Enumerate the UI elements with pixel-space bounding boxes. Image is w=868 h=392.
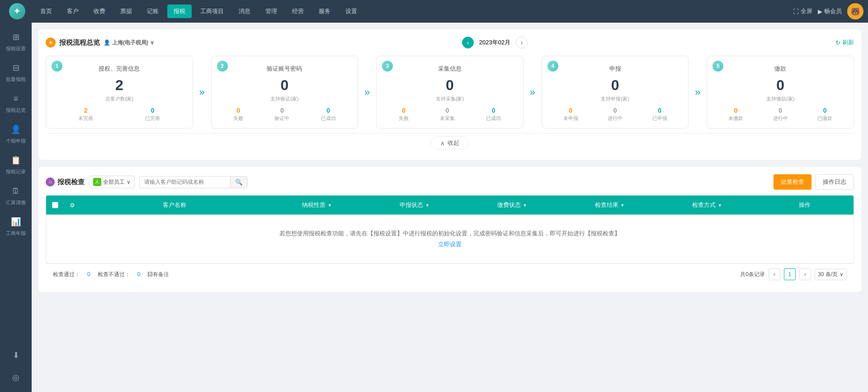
step-1-number: 1 <box>52 61 62 72</box>
refresh-btn[interactable]: ↻ 刷新 <box>835 38 854 47</box>
overview-title-text: 报税流程总览 <box>59 38 100 47</box>
tax-nature-filter-icon[interactable]: ▼ <box>327 203 332 208</box>
sidebar-item-tax-settings[interactable]: ⊞ 报税设置 <box>1 27 30 56</box>
step-2-stat-0-num: 0 <box>236 107 240 114</box>
prev-page-btn[interactable]: ‹ <box>769 268 780 280</box>
nav-settings[interactable]: 设置 <box>339 5 363 18</box>
step-5-stat-1-label: 进行中 <box>773 115 788 122</box>
nav-message[interactable]: 消息 <box>232 5 257 18</box>
step-3-stat-0-label: 失败 <box>399 115 409 122</box>
th-payment-status[interactable]: 缴费状态 ▼ <box>463 196 561 215</box>
th-checkbox[interactable] <box>46 196 64 214</box>
check-method-filter-icon[interactable]: ▼ <box>717 203 722 208</box>
sidebar-item-location[interactable]: ◎ <box>1 368 30 387</box>
arrow-4: » <box>689 56 707 129</box>
check-section: ○ 报税检查 人 全部员工 ∨ 🔍 批量检查 操作日志 <box>38 167 861 292</box>
nav-home[interactable]: 首页 <box>34 5 58 18</box>
search-button[interactable]: 🔍 <box>230 177 247 188</box>
fullscreen-btn[interactable]: ⛶ 全屏 <box>793 7 812 15</box>
payment-status-filter-icon[interactable]: ▼ <box>523 203 527 208</box>
nav-fee[interactable]: 收费 <box>87 5 112 18</box>
next-month-btn[interactable]: › <box>516 37 528 48</box>
collapse-bar: ∧ 收起 <box>46 133 854 153</box>
arrow-1: » <box>193 56 211 129</box>
setup-link[interactable]: 立即设置 <box>438 239 462 249</box>
step-2-title: 验证账号密码 <box>218 62 352 73</box>
staff-select[interactable]: 人 全部员工 ∨ <box>89 176 135 188</box>
check-title: ○ 报税检查 <box>46 177 85 186</box>
step-5-stat-2-label: 已缴款 <box>817 115 832 122</box>
th-check-method[interactable]: 检查方式 ▼ <box>659 196 756 215</box>
collapse-btn[interactable]: ∧ 收起 <box>431 136 469 150</box>
step-5-stat-0-label: 未缴款 <box>728 115 743 122</box>
operation-log-button[interactable]: 操作日志 <box>815 174 854 190</box>
empty-message: 若您想使用报税检查功能，请先在【报税设置】中进行报税的初始化设置，完成密码验证和… <box>279 228 620 239</box>
sidebar-label-tax-settings: 报税设置 <box>6 45 26 52</box>
nav-operation[interactable]: 经营 <box>286 5 310 18</box>
header-checkbox[interactable] <box>52 202 58 208</box>
step-2-stat-2-num: 0 <box>326 107 330 114</box>
sidebar-item-batch-tax[interactable]: ⊟ 批量报税 <box>1 58 30 86</box>
staff-label: 全部员工 <box>103 178 125 186</box>
nav-tax[interactable]: 报税 <box>167 5 192 18</box>
step-3-count: 0 <box>383 76 517 94</box>
step-2-label: 支持验证(家) <box>218 96 352 102</box>
overview-card-header: + 报税流程总览 👤 上海(电子税局) ∨ ‹ 2023年02月 › ↻ 刷新 <box>46 37 854 48</box>
current-page-number: 1 <box>784 268 796 280</box>
sidebar-item-download[interactable]: ⬇ <box>1 345 30 365</box>
th-gear[interactable]: ⚙ <box>64 196 80 214</box>
per-page-select[interactable]: 30 条/页 ∨ <box>815 269 847 280</box>
fail-count[interactable]: 0 <box>137 271 141 277</box>
step-5-stats: 0 未缴款 0 进行中 0 已缴款 <box>713 107 847 122</box>
download-icon: ⬇ <box>9 349 22 362</box>
nav-commerce[interactable]: 工商项目 <box>194 5 230 18</box>
sidebar-label-batch-tax: 批量报税 <box>6 76 26 83</box>
nav-invoice[interactable]: 票据 <box>114 5 138 18</box>
nav-management[interactable]: 管理 <box>259 5 283 18</box>
th-operation: 操作 <box>756 196 854 215</box>
location-text: 上海(电子税局) <box>112 39 148 47</box>
nav-service[interactable]: 服务 <box>312 5 337 18</box>
logo[interactable]: ✦ <box>5 3 29 19</box>
top-navigation: ✦ 首页 客户 收费 票据 记账 报税 工商项目 消息 管理 经营 服务 设置 … <box>0 0 868 23</box>
prev-month-btn[interactable]: ‹ <box>462 37 474 48</box>
step-4-stat-0-num: 0 <box>569 107 572 114</box>
location-tag[interactable]: 👤 上海(电子税局) ∨ <box>104 39 154 47</box>
th-tax-nature-label: 纳税性质 <box>302 201 326 209</box>
sidebar-item-personal-tax[interactable]: 👤 个税申报 <box>1 120 30 148</box>
sidebar-item-annual-settlement[interactable]: 🗓 汇算清缴 <box>1 181 30 210</box>
step-4-stat-1-num: 0 <box>613 107 617 114</box>
nav-client[interactable]: 客户 <box>61 5 85 18</box>
chevron-up-icon: ∧ <box>440 140 445 147</box>
step-1-stat-0-num: 2 <box>84 107 88 114</box>
search-input[interactable] <box>140 177 230 187</box>
sidebar-label-annual-settlement: 汇算清缴 <box>6 199 26 206</box>
check-title-icon: ○ <box>46 177 55 186</box>
batch-check-button[interactable]: 批量检查 <box>774 174 811 190</box>
step-2-stat-2-label: 已成功 <box>321 115 336 122</box>
step-5-stat-1-num: 0 <box>778 107 782 114</box>
member-btn[interactable]: ▶ 畅会员 <box>818 7 842 15</box>
th-payment-status-label: 缴费状态 <box>497 201 521 209</box>
declare-status-filter-icon[interactable]: ▼ <box>425 203 429 208</box>
sidebar-item-tax-records[interactable]: 📋 报税记录 <box>1 150 30 179</box>
pass-count[interactable]: 0 <box>87 271 90 277</box>
th-tax-nature[interactable]: 纳税性质 ▼ <box>269 196 366 215</box>
batch-tax-icon: ⊟ <box>9 62 22 74</box>
tax-records-icon: 📋 <box>9 154 22 167</box>
step-4-stat-1-label: 进行中 <box>608 115 623 122</box>
step-declare: 4 申报 0 支持申报(家) 0 未申报 0 进行中 <box>542 56 689 129</box>
month-navigation: ‹ 2023年02月 › <box>462 37 528 48</box>
nav-bookkeeping[interactable]: 记账 <box>141 5 165 18</box>
next-page-btn[interactable]: › <box>799 268 811 280</box>
step-2-stat-1-label: 验证中 <box>274 115 289 122</box>
sidebar-item-tax-overview[interactable]: ≡ 报税总览 <box>1 89 30 117</box>
step-4-stat-2-num: 0 <box>658 107 661 114</box>
th-check-result[interactable]: 检查结果 ▼ <box>561 196 659 215</box>
check-result-filter-icon[interactable]: ▼ <box>620 203 625 208</box>
step-5-stat-2: 0 已缴款 <box>817 107 832 122</box>
sidebar-item-annual-report[interactable]: 📊 工商年报 <box>1 212 30 240</box>
footer-left: 检查通过： 0 检查不通过： 0 囧有备注 <box>53 271 169 278</box>
sidebar: ⊞ 报税设置 ⊟ 批量报税 ≡ 报税总览 👤 个税申报 📋 报税记录 🗓 汇算清… <box>0 23 32 392</box>
th-declare-status[interactable]: 申报状态 ▼ <box>366 196 463 215</box>
